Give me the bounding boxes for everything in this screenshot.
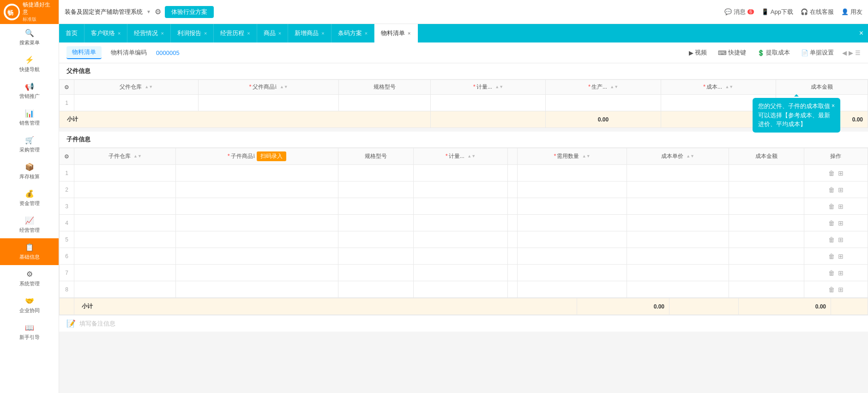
child-goods-cell-1[interactable] xyxy=(176,165,338,181)
child-spec-cell-7[interactable] xyxy=(338,265,413,281)
parent-unit-cell[interactable] xyxy=(431,95,546,111)
sub-tab-bom[interactable]: 物料清单 xyxy=(66,46,102,59)
child-unitprice-cell-5[interactable] xyxy=(627,231,729,248)
tab-bom[interactable]: 物料清单 × xyxy=(374,24,417,42)
child-unitprice-cell-1[interactable] xyxy=(627,165,729,181)
tab-new-goods-close[interactable]: × xyxy=(321,30,324,36)
child-spec-cell-3[interactable] xyxy=(338,198,413,215)
child-unit-cell-5[interactable] xyxy=(413,231,507,248)
child-qty-cell-6[interactable] xyxy=(517,248,627,265)
delete-icon-4[interactable]: 🗑 xyxy=(828,219,835,227)
child-unitprice-cell-4[interactable] xyxy=(627,215,729,231)
note-placeholder[interactable]: 填写备注信息 xyxy=(79,320,115,328)
copy-icon-5[interactable]: ⊞ xyxy=(838,236,844,243)
child-warehouse-cell-7[interactable] xyxy=(74,265,176,281)
scan-button[interactable]: 扫码录入 xyxy=(257,151,286,161)
child-spec-cell-6[interactable] xyxy=(338,248,413,265)
tab-history[interactable]: 经营历程 × xyxy=(214,24,257,42)
copy-icon-3[interactable]: ⊞ xyxy=(838,203,844,210)
child-spec-cell-2[interactable] xyxy=(338,181,413,198)
system-dropdown-icon[interactable]: ▼ xyxy=(146,9,151,14)
tooltip-close[interactable]: × xyxy=(832,102,835,110)
child-unit-cell-4[interactable] xyxy=(413,215,507,231)
sidebar-item-purchase[interactable]: 🛒 采购管理 xyxy=(0,131,59,158)
sidebar-item-guide[interactable]: 📖 新手引导 xyxy=(0,319,59,345)
parent-goods-cell[interactable] xyxy=(199,95,339,111)
child-unit-cell-3[interactable] xyxy=(413,198,507,215)
delete-icon-3[interactable]: 🗑 xyxy=(828,203,835,210)
sidebar-item-sales[interactable]: 📊 销售管理 xyxy=(0,104,59,131)
child-unit-cell-8[interactable] xyxy=(413,281,507,298)
toolbar-view[interactable]: ▶ 视频 xyxy=(686,48,710,58)
child-unitprice-cell-6[interactable] xyxy=(627,248,729,265)
sidebar-item-search[interactable]: 🔍 搜索菜单 xyxy=(0,24,59,51)
tab-customer-close[interactable]: × xyxy=(118,30,121,36)
sub-tab-code[interactable]: 物料清单编码 xyxy=(105,47,152,59)
child-spec-cell-4[interactable] xyxy=(338,215,413,231)
tab-new-goods[interactable]: 新增商品 × xyxy=(288,24,331,42)
tab-profit-close[interactable]: × xyxy=(204,30,207,36)
online-service-button[interactable]: 🎧 在线客服 xyxy=(801,8,834,16)
child-unit-cell-7[interactable] xyxy=(413,265,507,281)
child-goods-cell-8[interactable] xyxy=(176,281,338,298)
delete-icon-7[interactable]: 🗑 xyxy=(828,269,835,277)
child-qty-cell-8[interactable] xyxy=(517,281,627,298)
toolbar-shortcut[interactable]: ⌨ 快捷键 xyxy=(715,48,749,58)
child-goods-cell-4[interactable] xyxy=(176,215,338,231)
copy-icon-4[interactable]: ⊞ xyxy=(838,219,844,227)
copy-icon-1[interactable]: ⊞ xyxy=(838,169,844,177)
tab-operation-close[interactable]: × xyxy=(161,30,163,36)
sidebar-item-collab[interactable]: 🤝 企业协同 xyxy=(0,292,59,319)
tab-bom-close[interactable]: × xyxy=(408,30,410,36)
child-unit-cell-1[interactable] xyxy=(413,165,507,181)
child-qty-cell-3[interactable] xyxy=(517,198,627,215)
child-warehouse-cell-2[interactable] xyxy=(74,181,176,198)
tab-goods[interactable]: 商品 × xyxy=(257,24,288,42)
child-qty-cell-7[interactable] xyxy=(517,265,627,281)
nav-menu[interactable]: ☰ xyxy=(855,49,861,56)
child-unitprice-cell-2[interactable] xyxy=(627,181,729,198)
child-goods-cell-7[interactable] xyxy=(176,265,338,281)
child-spec-cell-5[interactable] xyxy=(338,231,413,248)
child-unit-cell-6[interactable] xyxy=(413,248,507,265)
copy-icon-6[interactable]: ⊞ xyxy=(838,253,844,260)
toolbar-single-settings[interactable]: 📄 单据设置 xyxy=(798,48,837,58)
child-qty-cell-2[interactable] xyxy=(517,181,627,198)
child-warehouse-cell-8[interactable] xyxy=(74,281,176,298)
tab-barcode[interactable]: 条码方案 × xyxy=(332,24,374,42)
try-button[interactable]: 体验行业方案 xyxy=(165,6,214,18)
child-warehouse-cell-4[interactable] xyxy=(74,215,176,231)
delete-icon-2[interactable]: 🗑 xyxy=(828,186,835,193)
child-qty-cell-1[interactable] xyxy=(517,165,627,181)
child-unit-cell-2[interactable] xyxy=(413,181,507,198)
child-qty-cell-4[interactable] xyxy=(517,215,627,231)
tab-operation[interactable]: 经营情况 × xyxy=(127,24,170,42)
child-warehouse-cell-5[interactable] xyxy=(74,231,176,248)
settings-icon[interactable]: ⚙ xyxy=(155,7,161,16)
delete-icon-5[interactable]: 🗑 xyxy=(828,236,835,243)
parent-spec-cell[interactable] xyxy=(339,95,431,111)
child-goods-cell-6[interactable] xyxy=(176,248,338,265)
child-goods-cell-3[interactable] xyxy=(176,198,338,215)
nav-next[interactable]: ▶ xyxy=(849,49,853,56)
child-warehouse-cell-1[interactable] xyxy=(74,165,176,181)
parent-produce-cell[interactable] xyxy=(546,95,661,111)
close-all-tabs[interactable]: × xyxy=(855,29,868,37)
sidebar-item-system[interactable]: ⚙ 系统管理 xyxy=(0,265,59,292)
app-download-button[interactable]: 📱 App下载 xyxy=(761,8,793,16)
child-unitprice-cell-3[interactable] xyxy=(627,198,729,215)
child-goods-cell-2[interactable] xyxy=(176,181,338,198)
copy-icon-7[interactable]: ⊞ xyxy=(838,269,844,277)
parent-warehouse-cell[interactable] xyxy=(74,95,199,111)
sidebar-item-operation[interactable]: 📈 经营管理 xyxy=(0,212,59,238)
tab-profit[interactable]: 利润报告 × xyxy=(171,24,214,42)
sidebar-item-marketing[interactable]: 📢 营销推广 xyxy=(0,78,59,104)
tab-customer[interactable]: 客户联络 × xyxy=(84,24,127,42)
child-warehouse-cell-6[interactable] xyxy=(74,248,176,265)
messages-button[interactable]: 💬 消息 6 xyxy=(724,8,754,16)
sidebar-item-quicknav[interactable]: ⚡ 快捷导航 xyxy=(0,51,59,78)
sidebar-item-basic[interactable]: 📋 基础信息 xyxy=(0,238,59,265)
child-goods-cell-5[interactable] xyxy=(176,231,338,248)
child-unitprice-cell-8[interactable] xyxy=(627,281,729,298)
tab-history-close[interactable]: × xyxy=(247,30,250,36)
